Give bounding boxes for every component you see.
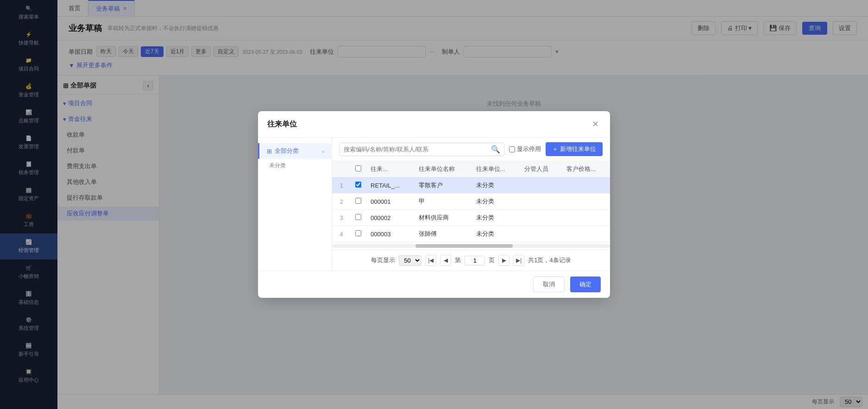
row-name: 甲 (414, 194, 471, 210)
first-page-button[interactable]: |◀ (425, 255, 436, 266)
horizontal-scrollbar[interactable] (332, 244, 610, 248)
col-check (351, 161, 366, 177)
row-check[interactable] (351, 210, 366, 226)
row-check[interactable] (351, 177, 366, 194)
row-check[interactable] (351, 194, 366, 210)
dialog-actions: 取消 确定 (258, 271, 610, 298)
grid-icon-2: ⊞ (267, 148, 272, 155)
row-assignee (520, 226, 562, 242)
show-disabled-label[interactable]: 显示停用 (509, 145, 541, 153)
partner-table: 往来... 往来单位名称 往来单位... 分管人员 客户价格... 1 (332, 161, 610, 242)
row-assignee (520, 194, 562, 210)
partner-table-body: 1 RETAIL_... 零散客户 未分类 2 (332, 177, 610, 242)
search-icon-2: 🔍 (491, 145, 500, 154)
dialog-body: ⊞ 全部分类 ‹ 未分类 🔍 显示停 (258, 138, 610, 271)
page-unit: 页 (489, 256, 495, 264)
dialog-category-panel: ⊞ 全部分类 ‹ 未分类 (258, 138, 332, 271)
show-disabled-checkbox[interactable] (509, 146, 515, 152)
modal-overlay: 往来单位 ✕ ⊞ 全部分类 ‹ 未分类 (0, 0, 868, 409)
col-category-header: 往来单位... (472, 161, 520, 177)
row-assignee (520, 177, 562, 194)
row-code: RETAIL_... (366, 177, 414, 194)
confirm-button[interactable]: 确定 (570, 277, 601, 292)
dialog-search-input[interactable] (344, 146, 488, 153)
prev-page-button[interactable]: ◀ (440, 255, 451, 266)
row-price (562, 226, 610, 242)
table-row[interactable]: 4 000003 张師傅 未分类 (332, 226, 610, 242)
row-name: 材料供应商 (414, 210, 471, 226)
row-code: 000001 (366, 194, 414, 210)
col-price-header: 客户价格... (562, 161, 610, 177)
row-category: 未分类 (472, 226, 520, 242)
category-all[interactable]: ⊞ 全部分类 ‹ (258, 143, 332, 159)
row-price (562, 177, 610, 194)
row-code: 000003 (366, 226, 414, 242)
row-index: 2 (332, 194, 351, 210)
last-page-button[interactable]: ▶| (513, 255, 524, 266)
cancel-button[interactable]: 取消 (533, 277, 565, 292)
row-name: 零散客户 (414, 177, 471, 194)
next-page-button[interactable]: ▶ (498, 255, 509, 266)
row-code: 000002 (366, 210, 414, 226)
per-page-label: 每页显示 (371, 256, 395, 264)
dialog-close-button[interactable]: ✕ (590, 119, 601, 130)
per-page-select[interactable]: 50 (399, 255, 421, 266)
dialog-table: 往来... 往来单位名称 往来单位... 分管人员 客户价格... 1 (332, 161, 610, 242)
dialog-header: 往来单位 ✕ (258, 111, 610, 138)
page-label: 第 (455, 256, 461, 264)
dialog-footer: 每页显示 50 |◀ ◀ 第 页 ▶ ▶| 共1页，4条记录 (332, 250, 610, 271)
select-all-checkbox[interactable] (355, 165, 361, 171)
dialog-search-box: 🔍 (340, 143, 504, 156)
row-category: 未分类 (472, 177, 520, 194)
table-header-row: 往来... 往来单位名称 往来单位... 分管人员 客户价格... (332, 161, 610, 177)
table-row[interactable]: 2 000001 甲 未分类 (332, 194, 610, 210)
row-assignee (520, 210, 562, 226)
row-price (562, 210, 610, 226)
col-name-header: 往来单位名称 (414, 161, 471, 177)
row-category: 未分类 (472, 194, 520, 210)
dialog-toolbar: 🔍 显示停用 ＋ 新增往来单位 (332, 138, 610, 161)
table-row[interactable]: 3 000002 材料供应商 未分类 (332, 210, 610, 226)
collapse-category-icon[interactable]: ‹ (322, 148, 324, 155)
scrollbar-thumb[interactable] (415, 244, 513, 248)
row-index: 3 (332, 210, 351, 226)
col-code-header: 往来... (366, 161, 414, 177)
category-unclassified[interactable]: 未分类 (258, 159, 332, 172)
total-info: 共1页，4条记录 (528, 256, 571, 264)
row-check[interactable] (351, 226, 366, 242)
row-name: 张師傅 (414, 226, 471, 242)
dialog-right-panel: 🔍 显示停用 ＋ 新增往来单位 (332, 138, 610, 271)
col-index (332, 161, 351, 177)
row-index: 4 (332, 226, 351, 242)
row-price (562, 194, 610, 210)
add-partner-button[interactable]: ＋ 新增往来单位 (546, 142, 603, 156)
col-assignee-header: 分管人员 (520, 161, 562, 177)
table-row[interactable]: 1 RETAIL_... 零散客户 未分类 (332, 177, 610, 194)
row-category: 未分类 (472, 210, 520, 226)
page-number-input[interactable] (465, 256, 485, 265)
partner-dialog: 往来单位 ✕ ⊞ 全部分类 ‹ 未分类 (258, 111, 610, 298)
row-index: 1 (332, 177, 351, 194)
dialog-title: 往来单位 (267, 120, 297, 129)
pagination: 每页显示 50 |◀ ◀ 第 页 ▶ ▶| 共1页，4条记录 (340, 255, 603, 266)
